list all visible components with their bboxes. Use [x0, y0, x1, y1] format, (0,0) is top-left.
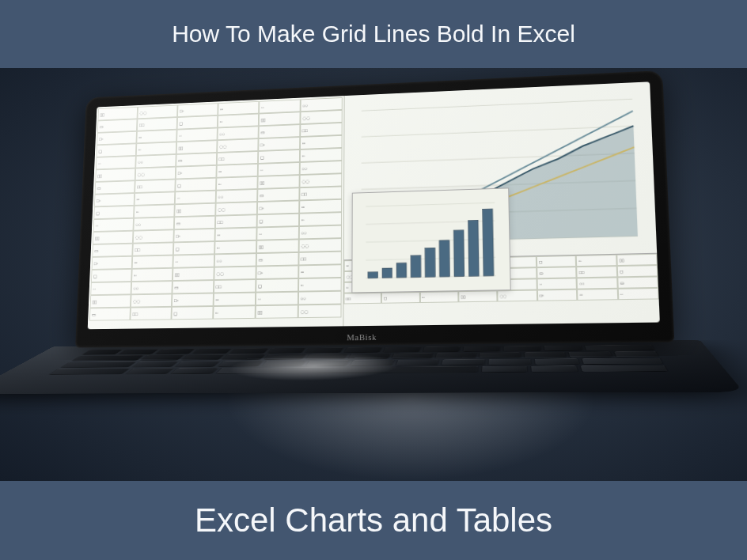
laptop-brand-label: MaBisk: [347, 332, 377, 342]
spreadsheet-grid: ▯▯◌◌□▫▫▫◦◦○○▭□□◻▫◦▯▯◌◌□▫▫▫◦◦○○▭□□◻▫◦▯▯◌◌…: [88, 96, 345, 329]
bar-chart: [351, 187, 510, 293]
laptop-keyboard: [0, 340, 744, 394]
svg-rect-16: [425, 248, 435, 277]
svg-rect-20: [482, 209, 493, 276]
svg-rect-14: [396, 263, 407, 278]
svg-line-1: [361, 126, 633, 137]
footer-banner: Excel Charts and Tables: [0, 481, 747, 560]
svg-rect-15: [411, 255, 421, 278]
hero-illustration: ▯▯◌◌□▫▫▫◦◦○○▭□□◻▫◦▯▯◌◌□▫▫▫◦◦○○▭□□◻▫◦▯▯◌◌…: [0, 68, 747, 481]
footer-caption: Excel Charts and Tables: [195, 501, 552, 539]
svg-line-0: [362, 99, 632, 111]
svg-line-7: [366, 202, 495, 206]
laptop-illustration: ▯▯◌◌□▫▫▫◦◦○○▭□□◻▫◦▯▯◌◌□▫▫▫◦◦○○▭□□◻▫◦▯▯◌◌…: [68, 69, 709, 481]
page-title: How To Make Grid Lines Bold In Excel: [172, 21, 575, 47]
svg-rect-12: [368, 272, 378, 278]
chart-panel: ▫▫◦◦○○▭□□◻▫◦▯▯◌◌□▫▫▫◦◦○○▭□□◻▫◦▯▯◌◌□▫▫▫◦◦…: [343, 81, 660, 326]
svg-line-3: [361, 180, 635, 189]
svg-line-10: [366, 257, 495, 260]
svg-line-2: [361, 153, 634, 163]
svg-rect-17: [439, 240, 449, 277]
svg-rect-18: [453, 230, 465, 277]
laptop-screen: ▯▯◌◌□▫▫▫◦◦○○▭□□◻▫◦▯▯◌◌□▫▫▫◦◦○○▭□□◻▫◦▯▯◌◌…: [88, 81, 660, 329]
svg-rect-19: [468, 220, 479, 276]
svg-line-9: [366, 239, 495, 242]
key-rows: [49, 345, 667, 374]
laptop-screen-frame: ▯▯◌◌□▫▫▫◦◦○○▭□□◻▫◦▯▯◌◌□▫▫▫◦◦○○▭□□◻▫◦▯▯◌◌…: [75, 70, 674, 348]
header-banner: How To Make Grid Lines Bold In Excel: [0, 0, 747, 68]
svg-rect-13: [382, 268, 392, 278]
svg-line-8: [366, 221, 495, 224]
